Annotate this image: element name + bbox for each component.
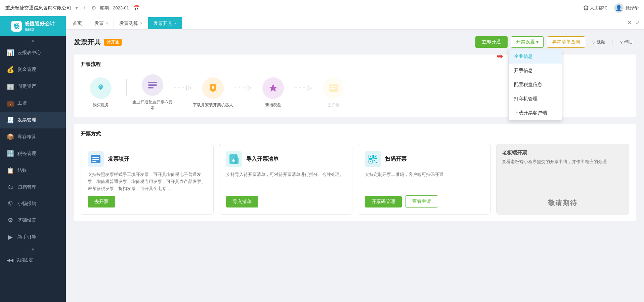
xiazai-label: 下载并安装开票机器人 [193,102,233,108]
xinzeng-icon: + [262,77,284,99]
flow-step-peizhi: 企业开通配置开票六要素 [132,74,173,111]
headset-icon: 🎧 [583,5,589,10]
sidebar-item-label: 发票管理 [17,117,36,123]
sidebar-item-gudingzichan[interactable]: 🏢 固定资产 [0,78,66,95]
tab-home[interactable]: 首页 [66,17,89,29]
svg-rect-24 [376,162,377,163]
saoma-name: 扫码开票 [385,156,406,163]
tab-bar-actions: ✕ ⤢ [626,16,644,29]
yunbiao-icon: 📊 [7,49,14,56]
period-label: 账期 [100,5,109,11]
sidebar-scroll-down[interactable]: ▼ [0,246,66,254]
settings-icon[interactable]: ⚙ [91,5,96,11]
daoru-desc: 支持导入待开票清单，可对待开票清单进行拆分、合并处理。 [226,171,345,178]
sidebar-item-label: 固定资产 [17,83,36,89]
daoru-button[interactable]: 导入清单 [226,196,258,207]
top-bar-right: 🎧 人工咨询 👤 徐泽华 [583,3,639,13]
saoma-button-2[interactable]: 查看申请 [405,195,438,207]
settings-dropdown-arrow: ▾ [536,39,539,45]
xinzeng-label: 新增税盘 [265,102,281,108]
cancel-fixed-icon: ◀◀ [7,258,13,263]
zijin-icon: 💰 [7,66,14,73]
sidebar-item-yunbiao[interactable]: 📊 云报表中心 [0,44,66,61]
sidebar-item-xiaochang[interactable]: © 小畅报销 [0,195,66,212]
svg-rect-15 [92,161,96,162]
sidebar-item-label: 云报表中心 [17,50,41,56]
sidebar-item-shuiwu[interactable]: 🔢 税务管理 [0,145,66,162]
svg-text:+: + [272,86,274,90]
saoma-button-1[interactable]: 开票码管理 [365,196,402,207]
consult-button[interactable]: 🎧 人工咨询 [583,5,607,11]
tab-fapiaokaiyu-label: 发票开具 [154,21,172,27]
sidebar-item-xinshou[interactable]: ▶ 新手引导 [0,229,66,246]
sidebar-item-jichu[interactable]: ⚙ 基础设置 [0,212,66,229]
help-label: 帮助 [624,39,633,45]
sidebar-item-label: 库存核算 [17,134,36,140]
exception-button[interactable]: 异常清单查询 [547,36,585,48]
sidebar-scroll-up[interactable]: ▲ [0,36,66,44]
tab-maximize[interactable]: ⤢ [634,18,641,27]
svg-rect-11 [330,88,335,89]
dropdown-item-xiazai[interactable]: 下载开票客户端 [509,106,562,120]
methods-title: 开票方式 [81,131,629,137]
svg-rect-10 [330,86,337,87]
add-icon[interactable]: ＋ [82,4,87,11]
svg-rect-22 [370,161,371,162]
tab-fapiao-close[interactable]: × [106,21,108,26]
tab-close-all[interactable]: ✕ [626,18,633,27]
user-menu[interactable]: 👤 徐泽华 [614,3,639,13]
company-name[interactable]: 重庆畅捷交通信息咨询有限公司 [5,5,71,11]
svg-rect-4 [148,87,154,88]
guidang-icon: 🗂 [7,184,14,191]
sidebar-item-guidang[interactable]: 🗂 归档管理 [0,179,66,195]
dropdown-icon[interactable]: ▾ [75,5,78,11]
sidebar-item-label: 资金管理 [17,67,36,73]
tab-home-label: 首页 [73,21,82,27]
cancel-fixed-label: 取消固定 [15,257,33,263]
dropdown-item-kaipiao[interactable]: 开票信息 [509,64,562,78]
dropdown-kaipiao-label: 开票信息 [514,68,533,73]
dropdown-dayinji-label: 打印机管理 [514,96,538,101]
help-button[interactable]: ? 帮助 [617,37,636,47]
cancel-fixed-button[interactable]: ◀◀ 取消固定 [0,254,66,266]
top-bar: 重庆畅捷交通信息咨询有限公司 ▾ ＋ ⚙ 账期 2023-01 📅 🎧 人工咨询… [0,0,644,16]
sidebar-item-jiezhang[interactable]: 📋 结账 [0,162,66,179]
dropdown-item-qiye[interactable]: 企业信息 [509,49,562,64]
tab-fapiaokaiyu-close[interactable]: × [174,21,177,26]
red-arrow: ➡ [497,52,503,61]
svg-rect-20 [370,156,371,157]
calendar-icon[interactable]: 📅 [133,5,140,11]
sidebar-item-gongzi[interactable]: 💼 工资 [0,95,66,112]
page-actions: 立即开通 开票设置 ▾ 异常清单查询 ▷ 视频 | ? 帮助 [475,36,636,48]
activate-button[interactable]: 立即开通 [475,36,508,48]
dropdown-item-dayinji[interactable]: 打印机管理 [509,92,562,106]
goumai-label: 购买服务 [93,102,109,108]
sidebar-item-kucun[interactable]: 📦 库存核算 [0,128,66,145]
method-card-saoma: 扫码开票 支持定制开票二维码，客户端可扫码开票 开票码管理 查看申请 [358,144,491,215]
xinshou-icon: ▶ [7,233,14,241]
sidebar-item-fapiao[interactable]: 🧾 发票管理 [0,112,66,128]
flow-step-goumai: ♥ 购买服务 [81,77,121,108]
settings-button[interactable]: 开票设置 ▾ [511,36,544,48]
tab-fapiaokaiyu[interactable]: 发票开具 × [148,17,182,29]
sidebar-item-zijin[interactable]: 💰 资金管理 [0,61,66,78]
consult-label: 人工咨询 [590,5,607,11]
svg-point-6 [212,86,214,89]
tiankong-icon [88,151,104,167]
jichu-icon: ⚙ [7,217,14,224]
tab-fapiao[interactable]: 发票 × [89,17,114,29]
tab-bar: 首页 发票 × 发票测算 × 发票开具 × ✕ ⤢ [66,16,644,30]
gongzi-icon: 💼 [7,100,14,107]
flow-divider-1 [126,79,127,96]
tab-fapiaocesuan-close[interactable]: × [140,21,142,26]
tab-fapiao-label: 发票 [94,21,104,27]
flow-step-quka: 去开票 [313,77,354,108]
sidebar-item-label: 税务管理 [17,151,36,157]
dropdown-peizhi-label: 配置税盘信息 [514,82,542,87]
tiankong-button[interactable]: 去开票 [88,196,115,207]
flow-arrow-3: - - - ▷ [295,83,312,91]
daoru-icon [226,151,242,167]
tab-fapiaocesuan[interactable]: 发票测算 × [114,17,148,29]
video-button[interactable]: ▷ 视频 [589,37,609,47]
dropdown-item-peizhi[interactable]: 配置税盘信息 [509,78,562,92]
